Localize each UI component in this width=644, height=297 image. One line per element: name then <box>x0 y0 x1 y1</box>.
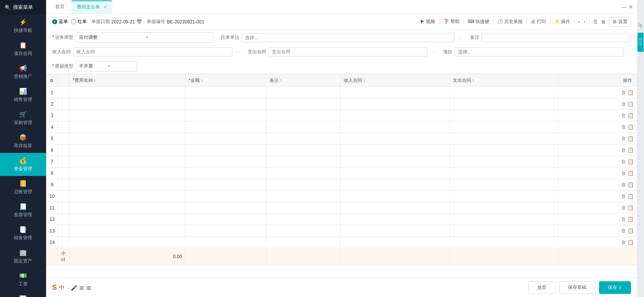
action-print[interactable]: 🖨 打印 <box>531 18 546 25</box>
income-contract-dots-icon[interactable]: ··· <box>236 49 240 55</box>
sidebar-item-ops[interactable]: 📈 经营管理 <box>0 291 46 297</box>
income-contract-input[interactable] <box>73 47 232 56</box>
remark-label: 备注 <box>470 34 479 41</box>
copy-icon[interactable]: 📋 <box>627 147 634 153</box>
copy-icon[interactable]: 📋 <box>627 113 634 118</box>
sidebar-item-assets[interactable]: 🏢 固定资产 <box>0 245 46 268</box>
brand-mic-icon[interactable]: 🎤 <box>71 285 77 291</box>
column-income-contract[interactable]: 收入合同 ⇅ <box>340 75 449 87</box>
copy-icon[interactable]: 📋 <box>627 170 634 176</box>
delete-icon[interactable]: 🗑 <box>621 124 626 130</box>
project-input[interactable] <box>455 47 623 56</box>
cia-tab[interactable]: CIA <box>637 33 644 52</box>
view-list-btn[interactable]: ☰ <box>593 19 598 25</box>
settings-button[interactable]: ⚙ 设置 <box>609 17 631 27</box>
action-shortcut[interactable]: ⌨ 快捷键 <box>468 18 489 25</box>
sidebar-item-project-contract[interactable]: 📋 项目合同 <box>0 38 46 61</box>
sidebar-item-marketing[interactable]: 📢 营销推广 <box>0 61 46 84</box>
action-video[interactable]: ▶ 视频 <box>420 18 435 25</box>
column-gear[interactable]: ⚙ <box>46 75 58 87</box>
copy-icon[interactable]: 📋 <box>627 136 634 141</box>
project-dots-icon[interactable]: ··· <box>627 49 631 55</box>
sidebar-item-quick-nav[interactable]: ⚡ 快捷导航 <box>0 15 46 38</box>
copy-icon[interactable]: 📋 <box>627 205 634 211</box>
minimize-button[interactable]: — <box>621 4 626 10</box>
delete-icon[interactable]: 🗑 <box>621 228 626 234</box>
remark-col-label: 备注 <box>270 77 279 84</box>
delete-icon[interactable]: 🗑 <box>621 205 626 211</box>
abandon-button[interactable]: 放弃 <box>528 281 555 294</box>
delete-icon[interactable]: 🗑 <box>621 159 626 164</box>
sidebar-item-invoice[interactable]: 🧾 发票管理 <box>0 199 46 222</box>
partner-input[interactable] <box>242 33 455 42</box>
ops-cell: 🗑📋 <box>558 237 637 248</box>
delete-icon[interactable]: 🗑 <box>621 193 626 199</box>
tab-expense[interactable]: 费用支出单 ✕ <box>71 0 112 13</box>
column-amount[interactable]: *金额 ⇅ <box>185 75 266 87</box>
tab-expense-label: 费用支出单 <box>77 4 100 10</box>
copy-icon[interactable]: 📋 <box>627 193 634 199</box>
sidebar-item-sales[interactable]: 📊 销售管理 <box>0 84 46 107</box>
sidebar-item-tax[interactable]: 📑 税务管理 <box>0 222 46 245</box>
brand-grid2-icon[interactable]: ⊞ <box>86 285 91 291</box>
column-remark[interactable]: 备注 ⇅ <box>266 75 340 87</box>
action-operation[interactable]: ⚡ 操作 <box>554 18 570 25</box>
side-panel-icon1[interactable]: 📎 <box>638 23 643 28</box>
radio-blue[interactable] <box>52 19 57 24</box>
biz-type-select[interactable]: 应付调整 ▼ <box>76 32 213 43</box>
footer-area: S 中 · 🎤 ⊞ ⊞ 放弃 保存草稿 保存 ∨ <box>46 278 637 297</box>
column-expense-contract[interactable]: 支出合同 ⇅ <box>449 75 558 87</box>
table-row: 3🗑📋 <box>46 110 637 121</box>
sidebar-item-purchase[interactable]: 🛒 采购管理 <box>0 107 46 130</box>
sidebar-item-ledger[interactable]: 📒 总账管理 <box>0 176 46 199</box>
delete-icon[interactable]: 🗑 <box>621 113 626 118</box>
subtotal-label-cell: 小计 <box>58 248 70 265</box>
nav-prev-btn[interactable]: ‹ <box>578 19 580 25</box>
delete-icon[interactable]: 🗑 <box>621 101 626 107</box>
delete-icon[interactable]: 🗑 <box>621 136 626 141</box>
calendar-icon[interactable]: 📅 <box>136 19 142 25</box>
invoice-type-select[interactable]: 不开票 ▼ <box>76 61 137 71</box>
delete-icon[interactable]: 🗑 <box>621 170 626 176</box>
brand-dot-icon[interactable]: · <box>67 285 68 291</box>
tab-close-icon[interactable]: ✕ <box>104 5 107 9</box>
view-grid-btn[interactable]: ⊞ <box>601 19 605 25</box>
column-expense-name[interactable]: *费用名称 ⇅ <box>70 75 185 87</box>
delete-icon[interactable]: 🗑 <box>621 182 626 187</box>
brand-zhong-icon[interactable]: 中 <box>59 284 65 291</box>
capital-icon: 💰 <box>19 157 27 164</box>
radio-red[interactable] <box>71 19 76 24</box>
delete-icon[interactable]: 🗑 <box>621 90 626 95</box>
copy-icon[interactable]: 📋 <box>627 101 634 107</box>
delete-icon[interactable]: 🗑 <box>621 147 626 153</box>
radio-blue-label[interactable]: 蓝单 <box>52 18 68 25</box>
expense-contract-dots-icon[interactable]: ··· <box>432 49 435 55</box>
copy-icon[interactable]: 📋 <box>627 182 634 187</box>
expense-contract-sort-icon: ⇅ <box>472 79 475 83</box>
table-row: 4🗑📋 <box>46 121 637 133</box>
delete-icon[interactable]: 🗑 <box>621 216 626 222</box>
sidebar-search[interactable]: 🔍 搜索菜单 <box>0 0 46 15</box>
sidebar-item-inventory[interactable]: 📦 库存核算 <box>0 130 46 153</box>
save-button[interactable]: 保存 ∨ <box>599 281 631 294</box>
copy-icon[interactable]: 📋 <box>627 159 634 164</box>
brand-grid1-icon[interactable]: ⊞ <box>79 285 84 291</box>
action-history[interactable]: 🕐 历史单据 <box>497 18 523 25</box>
copy-icon[interactable]: 📋 <box>627 90 634 95</box>
save-draft-button[interactable]: 保存草稿 <box>559 281 595 294</box>
nav-next-btn[interactable]: › <box>584 19 585 25</box>
sidebar-item-capital[interactable]: 💰 资金管理 <box>0 153 46 176</box>
copy-icon[interactable]: 📋 <box>627 216 634 222</box>
radio-red-label[interactable]: 红单 <box>71 18 87 25</box>
tab-home[interactable]: 首页 <box>50 0 70 13</box>
partner-dots-icon[interactable]: ··· <box>459 35 462 40</box>
expense-contract-input[interactable] <box>268 47 428 56</box>
copy-icon[interactable]: 📋 <box>627 124 634 130</box>
sidebar-item-salary[interactable]: 💵 工资 <box>0 268 46 291</box>
copy-icon[interactable]: 📋 <box>627 239 634 245</box>
delete-icon[interactable]: 🗑 <box>621 239 626 245</box>
copy-icon[interactable]: 📋 <box>627 228 634 234</box>
close-button[interactable]: ✕ <box>629 4 633 10</box>
remark-input[interactable] <box>482 33 631 42</box>
action-help[interactable]: ❓ 帮助 <box>443 18 459 25</box>
